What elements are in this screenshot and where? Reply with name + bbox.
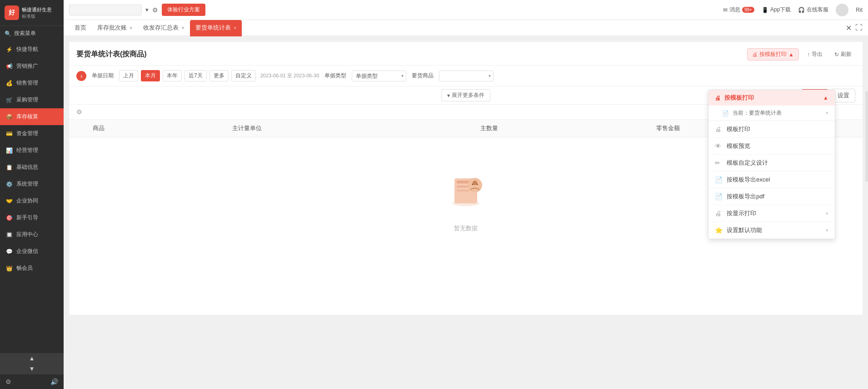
sidebar-item-system[interactable]: ⚙️ 系统管理 — [0, 176, 64, 192]
settings-footer-icon[interactable]: ⚙ — [5, 378, 11, 385]
current-template-arrow: ▾ — [826, 110, 828, 116]
page-title: 要货单统计表(按商品) — [76, 50, 147, 59]
order-goods-select-wrapper — [439, 71, 494, 81]
industry-solution-button[interactable]: 体验行业方案 — [162, 4, 205, 16]
tab-close-order-stats[interactable]: × — [234, 25, 236, 30]
doc-type-select[interactable]: 单据类型 — [352, 71, 406, 81]
tab-batch-account[interactable]: 库存批次账 × — [92, 20, 138, 36]
date-btn-this-month[interactable]: 本月 — [141, 70, 160, 81]
tab-order-stats[interactable]: 要货单统计表 × — [190, 20, 242, 36]
messages-button[interactable]: ✉ 消息 99+ — [723, 6, 754, 14]
refresh-icon: ↻ — [834, 51, 839, 58]
service-icon: 🎧 — [798, 7, 805, 13]
export-excel-icon: 📄 — [715, 176, 722, 183]
close-tab-panel-icon[interactable]: ✕ — [846, 24, 852, 32]
expand-chevron-icon: ▾ — [447, 92, 450, 99]
order-goods-select[interactable] — [439, 71, 494, 81]
tab-home[interactable]: 首页 — [69, 20, 92, 36]
sidebar-scroll-up[interactable]: ▼ — [0, 364, 64, 374]
sidebar-item-quick-nav[interactable]: ⚡ 快捷导航 — [0, 41, 64, 58]
date-btn-this-year[interactable]: 本年 — [163, 70, 182, 81]
col-header-unit: 主计量单位 — [227, 120, 475, 137]
user-avatar[interactable] — [836, 4, 848, 16]
tab-close-batch-account[interactable]: × — [130, 25, 132, 30]
user-name[interactable]: Rit — [856, 7, 863, 13]
topbar-search-input[interactable] — [69, 5, 142, 15]
print-template-button[interactable]: 🖨 按模板打印 ▲ — [747, 48, 799, 61]
template-print-icon: 🖨 — [715, 126, 722, 133]
page-content: 要货单统计表(按商品) 🖨 按模板打印 ▲ ↑ 导出 ↻ 刷新 — [64, 36, 868, 389]
refresh-button[interactable]: ↻ 刷新 — [831, 49, 855, 60]
sidebar-item-member[interactable]: 👑 畅会员 — [0, 260, 64, 277]
svg-rect-4 — [457, 190, 469, 192]
sidebar: 好 畅捷通好生意 标准版 🔍 搜索菜单 ⚡ 快捷导航 📢 营销推广 💰 销售管理… — [0, 0, 64, 389]
wechat-icon: 💬 — [5, 248, 13, 255]
online-service-button[interactable]: 🎧 在线客服 — [798, 6, 828, 14]
date-btn-custom[interactable]: 自定义 — [231, 70, 256, 81]
sidebar-item-wechat[interactable]: 💬 企业微信 — [0, 243, 64, 260]
print-dropdown-close-icon[interactable]: ▲ — [823, 95, 828, 101]
print-template-dropdown: 🖨 按模板打印 ▲ 📄 当前：要货单统计表 ▾ 🖨 模板打印 — [708, 90, 835, 239]
dropdown-item-template-print[interactable]: 🖨 模板打印 — [708, 121, 835, 138]
page-card: 要货单统计表(按商品) 🖨 按模板打印 ▲ ↑ 导出 ↻ 刷新 — [69, 42, 863, 315]
app-download-button[interactable]: 📱 App下载 — [762, 6, 791, 14]
date-btn-7days[interactable]: 近7天 — [185, 70, 207, 81]
collab-icon: 🤝 — [5, 197, 13, 205]
tab-close-receipt-summary[interactable]: × — [181, 25, 184, 30]
right-scrollbar[interactable] — [865, 91, 868, 182]
export-button[interactable]: ↑ 导出 — [803, 49, 826, 60]
sidebar-item-operations[interactable]: 📊 经营管理 — [0, 142, 64, 159]
sidebar-item-collab[interactable]: 🤝 企业协同 — [0, 192, 64, 209]
sound-footer-icon[interactable]: 🔊 — [50, 378, 58, 385]
sales-icon: 💰 — [5, 80, 13, 87]
dropdown-item-export-pdf[interactable]: 📄 按模板导出pdf — [708, 188, 835, 205]
search-menu[interactable]: 🔍 搜索菜单 — [0, 26, 64, 41]
tab-bar: 首页 库存批次账 × 收发存汇总表 × 要货单统计表 × ✕ ⛶ — [64, 20, 868, 36]
current-indicator-icon: 📄 — [722, 110, 729, 116]
operations-icon: 📊 — [5, 147, 13, 154]
message-badge: 99+ — [742, 7, 754, 13]
date-btn-last-month[interactable]: 上月 — [119, 70, 138, 81]
sidebar-item-sales[interactable]: 💰 销售管理 — [0, 75, 64, 91]
topbar: ▾ ⚙ 体验行业方案 ✉ 消息 99+ 📱 App下载 🎧 在线客服 Rit — [64, 0, 868, 20]
sidebar-item-appstore[interactable]: 🔲 应用中心 — [0, 226, 64, 243]
doc-type-select-wrapper: 单据类型 — [352, 71, 406, 81]
expand-more-button[interactable]: ▾ 展开更多条件 — [441, 89, 490, 101]
empty-illustration — [443, 165, 489, 219]
col-header-quantity: 主数量 — [475, 120, 651, 137]
sidebar-item-inventory[interactable]: 📦 库存核算 — [0, 108, 64, 125]
sidebar-item-purchase[interactable]: 🛒 采购管理 — [0, 91, 64, 108]
dropdown-item-display-print[interactable]: 🖨 按显示打印 ▾ — [708, 205, 835, 222]
dropdown-item-template-preview[interactable]: 👁 模板预览 — [708, 138, 835, 155]
download-icon: 📱 — [762, 7, 768, 13]
purchase-icon: 🛒 — [5, 96, 13, 104]
search-icon: 🔍 — [5, 30, 11, 37]
template-custom-icon: ✏ — [715, 159, 722, 167]
sidebar-item-marketing[interactable]: 📢 营销推广 — [0, 58, 64, 75]
sidebar-nav: ⚡ 快捷导航 📢 营销推广 💰 销售管理 🛒 采购管理 📦 库存核算 💳 资金管… — [0, 41, 64, 353]
tab-receipt-summary[interactable]: 收发存汇总表 × — [138, 20, 190, 36]
dropdown-item-export-excel[interactable]: 📄 按模板导出excel — [708, 172, 835, 188]
sidebar-item-finance[interactable]: 💳 资金管理 — [0, 125, 64, 142]
dropdown-item-set-default[interactable]: ⭐ 设置默认功能 ▾ — [708, 222, 835, 239]
main-area: ▾ ⚙ 体验行业方案 ✉ 消息 99+ 📱 App下载 🎧 在线客服 Rit 首… — [64, 0, 868, 389]
template-preview-icon: 👁 — [715, 142, 722, 150]
sidebar-item-basic[interactable]: 📋 基础信息 — [0, 159, 64, 176]
topbar-gear-icon[interactable]: ⚙ — [152, 6, 158, 14]
app-logo: 好 畅捷通好生意 标准版 — [0, 0, 64, 26]
topbar-dropdown-arrow[interactable]: ▾ — [145, 6, 149, 13]
filter-expand-icon[interactable]: › — [76, 71, 86, 81]
set-default-icon: ⭐ — [715, 227, 722, 234]
table-settings-icon[interactable]: ⚙ — [76, 108, 82, 116]
col-header-check — [69, 120, 87, 137]
sidebar-footer: ⚙ 🔊 — [0, 374, 64, 389]
maximize-tab-panel-icon[interactable]: ⛶ — [855, 24, 863, 32]
date-btn-more[interactable]: 更多 — [210, 70, 229, 81]
appstore-icon: 🔲 — [5, 231, 13, 238]
current-template-indicator[interactable]: 📄 当前：要货单统计表 ▾ — [708, 106, 835, 121]
finance-icon: 💳 — [5, 130, 13, 137]
sidebar-item-guide[interactable]: 🎯 新手引导 — [0, 209, 64, 226]
system-icon: ⚙️ — [5, 181, 13, 188]
dropdown-item-template-custom[interactable]: ✏ 模板自定义设计 — [708, 155, 835, 172]
sidebar-scroll-down[interactable]: ▲ — [0, 353, 64, 364]
